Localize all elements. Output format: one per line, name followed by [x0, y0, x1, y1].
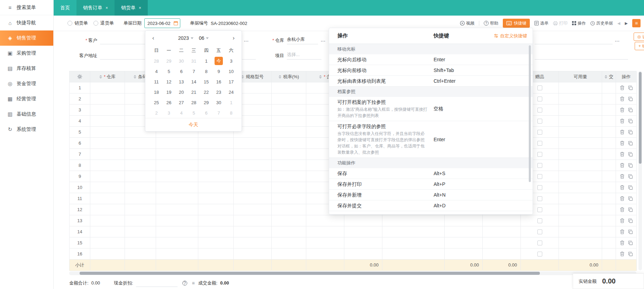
- table-cell[interactable]: [602, 127, 616, 138]
- calendar-day-cell[interactable]: 31: [188, 56, 200, 66]
- table-cell[interactable]: [156, 249, 198, 260]
- column-header[interactable]: 税率(%): [272, 71, 306, 82]
- table-cell[interactable]: [198, 237, 234, 249]
- copy-row-icon[interactable]: [628, 141, 633, 146]
- table-cell[interactable]: [559, 237, 602, 249]
- delete-row-icon[interactable]: [620, 129, 625, 135]
- table-cell[interactable]: [125, 138, 156, 149]
- column-settings-cell[interactable]: [70, 71, 90, 82]
- today-button[interactable]: 今天: [145, 118, 242, 131]
- table-cell[interactable]: [198, 171, 234, 182]
- column-header[interactable]: *仓库: [90, 71, 125, 82]
- table-cell[interactable]: [272, 138, 306, 149]
- project-input[interactable]: 选择...: [287, 51, 321, 60]
- gift-checkbox[interactable]: [537, 152, 542, 157]
- calendar-day-cell[interactable]: 25: [150, 97, 163, 108]
- sidebar-item-funds[interactable]: ◎资金管理: [0, 76, 53, 91]
- table-cell[interactable]: [344, 215, 382, 226]
- table-cell[interactable]: [559, 149, 602, 160]
- delete-row-icon[interactable]: [620, 185, 625, 190]
- table-cell[interactable]: [272, 171, 306, 182]
- table-cell[interactable]: [602, 93, 616, 105]
- table-cell[interactable]: [602, 171, 616, 182]
- operations-button[interactable]: 操作: [572, 20, 586, 26]
- table-cell[interactable]: [344, 237, 382, 249]
- calendar-day-cell[interactable]: 30: [175, 56, 188, 66]
- help-button[interactable]: ? 帮助: [484, 20, 498, 26]
- table-cell[interactable]: [90, 215, 125, 226]
- gift-checkbox[interactable]: [537, 108, 542, 112]
- hotkeys-button[interactable]: 快捷键: [503, 19, 530, 28]
- table-cell[interactable]: [125, 215, 156, 226]
- gift-checkbox[interactable]: [537, 218, 542, 223]
- delete-row-icon[interactable]: [620, 96, 625, 101]
- calendar-day-cell[interactable]: 16: [212, 76, 225, 87]
- table-cell[interactable]: [559, 215, 602, 226]
- column-header[interactable]: 交: [602, 71, 616, 82]
- next-month-icon[interactable]: ›: [231, 35, 236, 42]
- calendar-day-cell[interactable]: 6: [200, 108, 212, 118]
- calendar-day-cell[interactable]: 27: [175, 97, 188, 108]
- table-cell[interactable]: [156, 204, 198, 215]
- table-cell[interactable]: [272, 82, 306, 93]
- calendar-day-cell[interactable]: 5: [188, 108, 200, 118]
- calendar-day-cell[interactable]: 24: [225, 87, 237, 97]
- delete-row-icon[interactable]: [620, 207, 625, 212]
- table-cell[interactable]: [125, 193, 156, 204]
- month-select[interactable]: 06: [199, 35, 209, 41]
- table-cell[interactable]: [272, 237, 306, 249]
- table-cell[interactable]: [445, 237, 483, 249]
- tab-sales-order[interactable]: 销售订单×: [76, 0, 115, 16]
- table-cell[interactable]: [156, 138, 198, 149]
- table-cell[interactable]: [234, 171, 272, 182]
- more-panel-button[interactable]: ≡: [632, 19, 641, 27]
- table-cell[interactable]: [272, 215, 306, 226]
- horizontal-scrollbar-thumb[interactable]: [80, 272, 540, 275]
- copy-row-icon[interactable]: [628, 218, 633, 223]
- table-cell[interactable]: [306, 237, 344, 249]
- table-cell[interactable]: [198, 226, 234, 237]
- customize-shortcuts-link[interactable]: 自定义快捷键: [494, 33, 527, 39]
- table-cell[interactable]: [559, 138, 602, 149]
- table-cell[interactable]: [445, 226, 483, 237]
- table-cell[interactable]: [90, 182, 125, 193]
- gift-checkbox[interactable]: [537, 119, 542, 124]
- table-cell[interactable]: [156, 171, 198, 182]
- delete-row-icon[interactable]: [620, 118, 625, 124]
- table-cell[interactable]: [90, 204, 125, 215]
- table-cell[interactable]: [90, 93, 125, 105]
- table-cell[interactable]: [483, 237, 521, 249]
- print-button[interactable]: 打印: [553, 20, 568, 26]
- table-cell[interactable]: [602, 149, 616, 160]
- prev-doc-icon[interactable]: ◀: [617, 21, 620, 26]
- prev-month-icon[interactable]: ‹: [151, 35, 156, 42]
- table-cell[interactable]: [198, 193, 234, 204]
- history-button[interactable]: 历史单据: [590, 20, 613, 26]
- table-cell[interactable]: [90, 105, 125, 116]
- table-cell[interactable]: [559, 160, 602, 171]
- table-cell[interactable]: [602, 215, 616, 226]
- table-cell[interactable]: [602, 138, 616, 149]
- copy-row-icon[interactable]: [628, 97, 633, 101]
- calendar-day-cell[interactable]: 19: [163, 87, 175, 97]
- table-cell[interactable]: [602, 204, 616, 215]
- table-cell[interactable]: [198, 182, 234, 193]
- calendar-day-cell[interactable]: 14: [188, 76, 200, 87]
- table-cell[interactable]: [90, 171, 125, 182]
- table-cell[interactable]: [559, 193, 602, 204]
- gift-checkbox[interactable]: [537, 130, 542, 135]
- table-cell[interactable]: [272, 182, 306, 193]
- calendar-day-cell[interactable]: 1: [225, 97, 237, 108]
- calendar-day-cell[interactable]: 1: [200, 56, 212, 66]
- table-cell[interactable]: [559, 116, 602, 127]
- logistics-cut-button[interactable]: + 物: [635, 42, 644, 50]
- gift-checkbox[interactable]: [537, 252, 542, 256]
- gift-checkbox[interactable]: [537, 97, 542, 101]
- extra-field-input[interactable]: [535, 35, 613, 44]
- table-cell[interactable]: [156, 226, 198, 237]
- table-cell[interactable]: [234, 138, 272, 149]
- date-input[interactable]: 2023-06-02: [144, 18, 180, 28]
- cash-discount-input[interactable]: [136, 279, 178, 287]
- table-cell[interactable]: [234, 215, 272, 226]
- copy-row-icon[interactable]: [628, 163, 633, 168]
